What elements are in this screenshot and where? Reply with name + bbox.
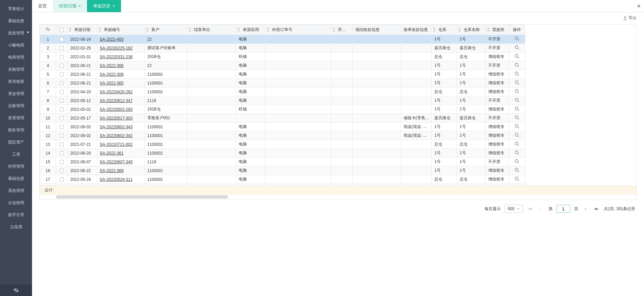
row-checkbox[interactable] — [60, 134, 64, 138]
view-button[interactable] — [515, 125, 519, 130]
tab-0[interactable]: 首页 — [32, 0, 53, 12]
doc-link[interactable]: SA-2022-306 — [100, 72, 124, 77]
row-checkbox[interactable] — [60, 64, 64, 68]
row-checkbox[interactable] — [60, 72, 64, 76]
row-checkbox[interactable] — [60, 55, 64, 59]
tab-1[interactable]: 经营日报× — [53, 0, 87, 12]
doc-link[interactable]: SA-20220331-236 — [100, 55, 133, 59]
doc-link[interactable]: SA-20220502-283 — [100, 107, 133, 112]
sidebar-item-3[interactable]: 小畅电商 — [0, 39, 32, 51]
view-button[interactable] — [515, 46, 519, 51]
view-button[interactable] — [515, 99, 519, 103]
doc-link[interactable]: SA-20220225-182 — [100, 46, 133, 51]
sidebar-item-15[interactable]: 系统管理 — [0, 185, 32, 197]
view-button[interactable] — [515, 160, 519, 165]
row-checkbox[interactable] — [60, 169, 64, 173]
export-button[interactable]: 导出 — [623, 15, 637, 21]
sidebar-item-10[interactable]: 税务管理 — [0, 124, 32, 136]
sidebar-item-7[interactable]: 资金管理 — [0, 88, 32, 100]
view-button[interactable] — [515, 55, 519, 60]
table-row[interactable]: 162022-06-22SA-2022-3691100001电脑1号1号增值税专 — [40, 166, 525, 175]
column-header-ext[interactable]: 外部订单号 — [265, 25, 331, 35]
view-button[interactable] — [515, 72, 519, 77]
sidebar-item-5[interactable]: 采购管理 — [0, 63, 32, 75]
table-row[interactable]: 82022-06-12SA-20220612-3471119电脑1号1号不开票 — [40, 96, 525, 105]
first-page-button[interactable]: ⏮ — [527, 205, 534, 212]
table-row[interactable]: 12022-06-24SA-2022-40022电脑1号1号不开票 — [40, 35, 525, 44]
doc-link[interactable]: SA-2022-400 — [100, 37, 124, 42]
row-checkbox[interactable] — [60, 177, 64, 182]
doc-link[interactable]: SA-20220524-311 — [100, 177, 133, 182]
view-button[interactable] — [515, 151, 519, 156]
doc-link[interactable]: SA-20220602-343 — [100, 125, 133, 129]
scrollbar-thumb[interactable] — [56, 195, 228, 199]
column-header-settle[interactable]: 结算单位 — [187, 25, 236, 35]
column-header-inv[interactable]: 开票日期 — [331, 25, 352, 35]
table-row[interactable]: 32022-03-31SA-20220331-236191B仓旺铺总仓总仓增值税… — [40, 53, 525, 61]
doc-link[interactable]: SA-2022-366 — [100, 63, 124, 68]
column-header-whn[interactable]: 仓库名称 — [457, 25, 486, 35]
view-button[interactable] — [515, 81, 519, 86]
table-row[interactable]: 142022-06-20SA-2022-3611100001电脑1号1号增值税专 — [40, 149, 525, 158]
next-page-button[interactable]: › — [582, 205, 589, 212]
table-row[interactable]: 92022-05-02SA-20220502-283191B仓旺铺1号1号增值税… — [40, 105, 525, 114]
sidebar-item-12[interactable]: 工资 — [0, 148, 32, 160]
close-icon[interactable]: × — [79, 4, 81, 8]
doc-link[interactable]: SA-2022-369 — [100, 168, 124, 173]
view-button[interactable] — [515, 169, 519, 173]
view-button[interactable] — [515, 64, 519, 68]
sidebar-item-8[interactable]: 总账管理 — [0, 100, 32, 112]
row-checkbox[interactable] — [60, 142, 64, 146]
view-button[interactable] — [515, 134, 519, 138]
doc-link[interactable]: SA-20220607-345 — [100, 160, 133, 164]
sidebar-item-4[interactable]: 电商管理 — [0, 51, 32, 63]
close-all-tabs[interactable]: × — [637, 3, 641, 10]
sidebar-item-6[interactable]: 库存核算 — [0, 75, 32, 88]
doc-link[interactable]: SA-20210721-002 — [100, 142, 133, 147]
close-icon[interactable]: × — [113, 4, 115, 8]
prev-page-button[interactable]: ‹ — [538, 205, 545, 212]
sidebar-item-11[interactable]: 固定资产 — [0, 136, 32, 148]
column-header-wh[interactable]: 仓库 — [432, 25, 457, 35]
select-all-checkbox[interactable] — [60, 28, 64, 32]
row-checkbox[interactable] — [60, 99, 64, 103]
row-checkbox[interactable] — [60, 81, 64, 85]
column-header-date[interactable]: 单据日期 — [67, 25, 97, 35]
doc-link[interactable]: SA-20220602-342 — [100, 133, 133, 138]
table-row[interactable]: 22022-02-25SA-20220225-182测试客户对账单电脑嘉言路仓嘉… — [40, 44, 525, 53]
column-header-cust[interactable]: 客户 — [144, 25, 187, 35]
table-row[interactable]: 152022-06-07SA-20220607-3451119电脑1号1号不开票 — [40, 158, 525, 166]
view-button[interactable] — [515, 90, 519, 95]
sidebar-item-13[interactable]: 经营管理 — [0, 160, 32, 172]
table-row[interactable]: 72022-04-20SA-20220420-2621100001电脑总仓总仓增… — [40, 88, 525, 96]
sidebar-item-17[interactable]: 新手引导 — [0, 209, 32, 221]
table-row[interactable]: 122022-06-02SA-20220602-3421100001电脑现金(现… — [40, 131, 525, 140]
view-button[interactable] — [515, 37, 519, 42]
tab-2[interactable]: 单据历史× — [87, 0, 121, 12]
column-header-ticket[interactable]: 票据类 — [486, 25, 508, 35]
sidebar-item-16[interactable]: 企业协同 — [0, 197, 32, 209]
row-checkbox[interactable] — [60, 125, 64, 129]
per-page-select[interactable]: 500 — [505, 205, 523, 213]
page-input[interactable] — [557, 205, 570, 213]
sidebar-item-0[interactable]: 零售统计 — [0, 3, 32, 15]
doc-link[interactable]: SA-20220420-262 — [100, 90, 133, 94]
sidebar-item-2[interactable]: 批发管理 — [0, 27, 32, 39]
row-checkbox[interactable] — [60, 151, 64, 155]
table-row[interactable]: 102022-05-17SA-20220517-303零散客户001储值卡(零售… — [40, 114, 525, 123]
table-row[interactable]: 112022-06-02SA-20220602-3431100001电脑现金(现… — [40, 123, 525, 131]
gear-icon[interactable] — [46, 27, 50, 32]
sidebar-item-18[interactable]: 云应用 — [0, 221, 32, 233]
sidebar-item-14[interactable]: 基础信息 — [0, 172, 32, 185]
view-button[interactable] — [515, 142, 519, 147]
sidebar-item-1[interactable]: 基础信息 — [0, 15, 32, 27]
row-checkbox[interactable] — [60, 90, 64, 94]
table-row[interactable]: 62022-06-21SA-2022-3651100001电脑1号1号增值税专 — [40, 79, 525, 88]
doc-link[interactable]: SA-2022-365 — [100, 81, 124, 86]
sidebar-settings[interactable] — [0, 285, 32, 296]
view-button[interactable] — [515, 116, 519, 121]
doc-link[interactable]: SA-20220612-347 — [100, 98, 133, 103]
row-checkbox[interactable] — [60, 107, 64, 111]
sidebar-item-9[interactable]: 发票管理 — [0, 112, 32, 124]
horizontal-scrollbar[interactable] — [40, 194, 636, 200]
